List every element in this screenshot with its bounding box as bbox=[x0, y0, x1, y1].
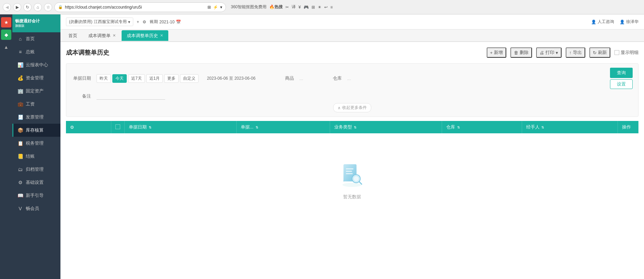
main-content: (勿删勿禁用) 江西服宝测试专用 ▾ + ⚙ 账期 2021-10 📅 👤 人工… bbox=[60, 14, 644, 279]
tab-cost-adjust-history[interactable]: 成本调整单历史 ✕ bbox=[122, 30, 168, 41]
back-button[interactable]: ◀ bbox=[3, 3, 11, 11]
show-cols-checkbox[interactable] bbox=[614, 50, 619, 55]
translate-icon[interactable]: 译 bbox=[292, 4, 296, 10]
game-icon[interactable]: 🎮 bbox=[304, 5, 309, 10]
date-btn-today[interactable]: 今天 bbox=[112, 74, 127, 83]
query-button[interactable]: 查询 bbox=[610, 68, 633, 78]
sidebar-item-tax[interactable]: 📋 税务管理 bbox=[12, 137, 60, 150]
refresh-button[interactable]: ↻ bbox=[23, 3, 32, 11]
hot-search-label[interactable]: 🔥热搜 bbox=[269, 4, 283, 10]
date-buttons-group: 昨天 今天 近7天 近1月 更多 自定义 bbox=[97, 74, 199, 83]
coin-icon[interactable]: ¥ bbox=[298, 5, 301, 10]
col-number-label: 单据... bbox=[241, 124, 253, 130]
new-button[interactable]: + 新增 bbox=[487, 47, 507, 58]
grid-icon[interactable]: ⊞ bbox=[312, 5, 315, 10]
sidebar-item-fixed-assets[interactable]: 🏢 固定资产 bbox=[12, 85, 60, 98]
delete-button[interactable]: 🗑 删除 bbox=[510, 47, 532, 58]
sidebar-label-archive: 归档管理 bbox=[26, 166, 44, 172]
col-date[interactable]: 单据日期 ⇅ bbox=[124, 121, 236, 133]
warehouse-more-icon[interactable]: ... bbox=[347, 76, 351, 81]
lock-icon: 🔒 bbox=[58, 5, 63, 9]
apps-icon: ⊞ bbox=[207, 5, 211, 10]
sidebar-item-closing[interactable]: 📒 结账 bbox=[12, 150, 60, 163]
collapse-button[interactable]: ∧ 收起更多条件 bbox=[333, 103, 371, 112]
menu-icon[interactable]: ≡ bbox=[330, 5, 333, 10]
filter-section: 单据日期 昨天 今天 近7天 近1月 更多 自定义 2023-06-06 至 2… bbox=[66, 63, 639, 117]
sidebar-label-closing: 结账 bbox=[26, 153, 35, 159]
home-icon: ⌂ bbox=[18, 36, 23, 42]
sidebar-item-archive[interactable]: 🗂 归档管理 bbox=[12, 163, 60, 176]
lightning-icon: ⚡ bbox=[213, 5, 218, 10]
sidebar-item-fund[interactable]: 💰 资金管理 bbox=[12, 71, 60, 85]
icon-rail-item-1[interactable]: ★ bbox=[1, 17, 11, 27]
tab-cost-adjust-close[interactable]: ✕ bbox=[113, 33, 116, 38]
sidebar-item-home[interactable]: ⌂ 首页 bbox=[12, 32, 60, 45]
delete-icon: 🗑 bbox=[514, 50, 518, 55]
remark-input[interactable] bbox=[97, 92, 165, 100]
filter-action-col: 查询 设置 bbox=[610, 68, 633, 89]
sidebar-item-invoice[interactable]: 🧾 发票管理 bbox=[12, 111, 60, 124]
logo-sub: 旗舰版 bbox=[15, 24, 40, 28]
sidebar-label-tax: 税务管理 bbox=[26, 140, 44, 146]
sidebar-item-basic-settings[interactable]: ⚙ 基础设置 bbox=[12, 176, 60, 189]
membership-icon: V bbox=[18, 206, 23, 211]
browser-chrome: ◀ ▶ ↻ ⌂ ☆ 🔒 https://cloud.chanjet.com/ac… bbox=[0, 0, 644, 14]
icon-rail-item-2[interactable]: ◆ bbox=[1, 30, 11, 40]
inventory-icon: 📦 bbox=[18, 127, 23, 133]
tab-cost-adjust-history-close[interactable]: ✕ bbox=[160, 33, 163, 38]
data-table: ⚙ 单据日期 ⇅ 单据... ⇅ bbox=[66, 121, 639, 227]
sidebar-item-payroll[interactable]: 💼 工资 bbox=[12, 98, 60, 111]
sidebar-item-reports[interactable]: 📊 云报表中心 bbox=[12, 58, 60, 71]
filter-settings-button[interactable]: 设置 bbox=[610, 79, 633, 89]
date-btn-1month[interactable]: 近1月 bbox=[146, 74, 163, 83]
undo-icon[interactable]: ↩ bbox=[324, 5, 328, 10]
date-btn-yesterday[interactable]: 昨天 bbox=[97, 74, 111, 83]
date-btn-7days[interactable]: 近7天 bbox=[128, 74, 145, 83]
dropdown-icon[interactable]: ▾ bbox=[220, 5, 222, 10]
print-button[interactable]: 🖨 打印 ▾ bbox=[536, 47, 562, 58]
table-settings-icon[interactable]: ⚙ bbox=[66, 121, 111, 133]
col-number[interactable]: 单据... ⇅ bbox=[237, 121, 330, 133]
date-btn-custom[interactable]: 自定义 bbox=[180, 74, 199, 83]
refresh-button-page[interactable]: ↻ 刷新 bbox=[589, 47, 610, 58]
top-bar-left: (勿删勿禁用) 江西服宝测试专用 ▾ + ⚙ 账期 2021-10 📅 bbox=[66, 18, 181, 26]
svg-point-0 bbox=[342, 183, 362, 187]
col-handler[interactable]: 经手人 ⇅ bbox=[522, 121, 618, 133]
show-cols-toggle[interactable]: 显示明细 bbox=[614, 49, 639, 56]
product-more-icon[interactable]: ... bbox=[300, 76, 303, 81]
address-bar[interactable]: 🔒 https://cloud.chanjet.com/accounting/u… bbox=[54, 2, 226, 12]
fund-icon: 💰 bbox=[18, 75, 23, 81]
invoice-icon: 🧾 bbox=[18, 114, 23, 120]
user-info[interactable]: 👤 徐泽华 bbox=[620, 19, 639, 25]
date-btn-more[interactable]: 更多 bbox=[164, 74, 179, 83]
date-range-display: 2023-06-06 至 2023-06-06 bbox=[207, 76, 255, 81]
period-selector[interactable]: 账期 2021-10 📅 bbox=[150, 19, 181, 25]
tab-home[interactable]: 首页 bbox=[63, 30, 82, 41]
search-text[interactable]: 360智能抠图免费用 bbox=[231, 4, 267, 10]
icon-rail-item-3[interactable]: ▲ bbox=[1, 42, 11, 52]
tab-cost-adjust[interactable]: 成本调整单 ✕ bbox=[83, 30, 121, 41]
sidebar-item-new-guide[interactable]: 📖 新手引导 bbox=[12, 189, 60, 202]
filter-collapse: ∧ 收起更多条件 bbox=[72, 103, 633, 112]
sun-icon[interactable]: ☀ bbox=[318, 5, 321, 10]
payroll-icon: 💼 bbox=[18, 101, 23, 107]
add-icon[interactable]: + bbox=[137, 20, 139, 24]
home-button[interactable]: ⌂ bbox=[34, 3, 42, 11]
scissor-icon[interactable]: ✂ bbox=[285, 5, 289, 10]
sort-icon-date: ⇅ bbox=[149, 125, 151, 129]
export-button[interactable]: ↑ 导出 bbox=[566, 47, 585, 58]
col-warehouse-label: 仓库 bbox=[446, 124, 455, 130]
new-label: 新增 bbox=[494, 49, 503, 56]
bookmark-button[interactable]: ☆ bbox=[44, 3, 52, 11]
company-selector[interactable]: (勿删勿禁用) 江西服宝测试专用 ▾ bbox=[66, 18, 133, 26]
col-warehouse[interactable]: 仓库 ⇅ bbox=[442, 121, 522, 133]
sidebar-item-inventory[interactable]: 📦 库存核算 bbox=[12, 124, 60, 137]
col-biz-type[interactable]: 业务类型 ⇅ bbox=[330, 121, 442, 133]
sidebar-item-general-ledger[interactable]: ≡ 总账 bbox=[12, 45, 60, 58]
table-checkbox-header[interactable] bbox=[111, 121, 124, 133]
sidebar-item-membership[interactable]: V 畅会员 bbox=[12, 202, 60, 215]
settings-icon: ⚙ bbox=[18, 180, 23, 185]
service-button[interactable]: 👤 人工咨询 bbox=[591, 19, 614, 25]
topbar-settings-icon[interactable]: ⚙ bbox=[143, 20, 146, 24]
forward-button[interactable]: ▶ bbox=[13, 3, 21, 11]
